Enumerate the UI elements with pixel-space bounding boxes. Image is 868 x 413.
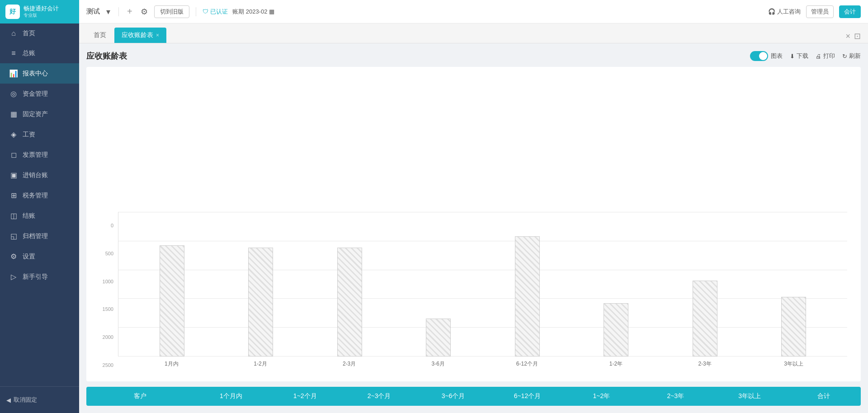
accountant-button[interactable]: 会计 <box>839 5 861 18</box>
th-cell-7: 2~3年 <box>638 387 712 406</box>
cancel-fixed-icon: ◀ <box>6 397 11 404</box>
sidebar-item-close[interactable]: ◫ 结账 <box>0 206 79 226</box>
sidebar-item-ledger[interactable]: ≡ 总账 <box>0 43 79 63</box>
payroll-icon: ◈ <box>9 130 18 139</box>
funds-icon: ◎ <box>9 89 18 98</box>
sidebar-bottom: ◀ 取消固定 <box>0 386 79 413</box>
sidebar-menu: ⌂ 首页 ≡ 总账 📊 报表中心 ◎ 资金管理 ▦ 固定资产 ◈ 工资 ◻ 发票… <box>0 23 79 386</box>
topbar-divider-1 <box>118 7 119 16</box>
sidebar-item-reports[interactable]: 📊 报表中心 <box>0 63 79 84</box>
ledger-icon: ≡ <box>9 49 18 57</box>
y-label-5: 2500 <box>100 363 113 368</box>
service-button[interactable]: 🎧 人工咨询 <box>768 8 801 16</box>
chart-toggle[interactable] <box>750 51 768 61</box>
sidebar-item-tax[interactable]: ⊞ 税务管理 <box>0 185 79 206</box>
invoice-icon: ◻ <box>9 150 18 159</box>
cert-badge: 🛡 已认证 <box>203 8 228 16</box>
tabs-bar: 首页 应收账龄表 × × ⊡ <box>79 23 868 43</box>
th-cell-4: 3~6个月 <box>416 387 491 406</box>
bar-1 <box>248 248 273 357</box>
expand-window-button[interactable]: ⊡ <box>854 31 861 41</box>
sidebar-item-funds[interactable]: ◎ 资金管理 <box>0 84 79 104</box>
period-display: 账期 2023-02 ▦ <box>232 8 275 16</box>
bar-2 <box>337 248 362 357</box>
sidebar-item-label: 设置 <box>23 253 35 261</box>
cancel-fixed-button[interactable]: ◀ 取消固定 <box>0 391 79 408</box>
calendar-icon[interactable]: ▦ <box>269 8 274 15</box>
sidebar-item-assets[interactable]: ▦ 固定资产 <box>0 104 79 124</box>
bar-6 <box>693 281 717 357</box>
add-company-button[interactable]: + <box>125 5 134 19</box>
old-version-button[interactable]: 切到旧版 <box>154 5 189 18</box>
tab-home[interactable]: 首页 <box>86 28 113 43</box>
th-cell-8: 3年以上 <box>712 387 787 406</box>
th-cell-0: 客户 <box>86 387 194 406</box>
download-label: 下载 <box>797 52 808 60</box>
content-area: 应收账龄表 图表 ⬇ 下载 🖨 打印 ↻ 刷新 <box>79 43 868 413</box>
chart-wrap: 2500 2000 1500 1000 500 0 <box>100 76 847 368</box>
close-window-button[interactable]: × <box>845 32 850 41</box>
x-label-1: 1-2月 <box>248 360 273 368</box>
print-button[interactable]: 🖨 打印 <box>816 52 835 60</box>
y-label-0: 0 <box>100 223 113 228</box>
download-button[interactable]: ⬇ 下载 <box>790 52 808 60</box>
company-dropdown-button[interactable]: ▾ <box>104 5 112 19</box>
x-label-0: 1月内 <box>159 360 184 368</box>
th-cell-3: 2~3个月 <box>342 387 416 406</box>
bar-7 <box>781 297 806 357</box>
bar-5 <box>604 303 628 357</box>
tab-close-icon[interactable]: × <box>156 32 159 38</box>
archive-icon: ◱ <box>9 232 18 240</box>
sidebar-item-label: 归档管理 <box>23 232 48 240</box>
page-actions: 图表 ⬇ 下载 🖨 打印 ↻ 刷新 <box>750 51 861 61</box>
sidebar-item-archive[interactable]: ◱ 归档管理 <box>0 226 79 246</box>
bar-3 <box>426 319 451 357</box>
company-name[interactable]: 测试 <box>86 7 100 16</box>
sidebar-item-label: 资金管理 <box>23 90 48 98</box>
sidebar-item-invoice[interactable]: ◻ 发票管理 <box>0 145 79 165</box>
bar-4 <box>515 236 540 357</box>
topbar: 测试 ▾ + ⚙ 切到旧版 🛡 已认证 账期 2023-02 ▦ 🎧 人工咨询 … <box>79 0 868 23</box>
cancel-fixed-label: 取消固定 <box>14 396 37 404</box>
sidebar-item-guide[interactable]: ▷ 新手引导 <box>0 267 79 287</box>
sidebar-item-inventory[interactable]: ▣ 进销台账 <box>0 165 79 185</box>
assets-icon: ▦ <box>9 110 18 118</box>
page-title: 应收账龄表 <box>86 51 127 61</box>
x-label-3: 3-6月 <box>426 360 451 368</box>
topbar-divider-2 <box>196 7 196 16</box>
chart-grid-and-bars <box>118 212 847 357</box>
x-label-2: 2-3月 <box>337 360 362 368</box>
y-label-2: 1000 <box>100 279 113 284</box>
sidebar-item-label: 结账 <box>23 212 35 220</box>
sidebar-item-payroll[interactable]: ◈ 工资 <box>0 124 79 145</box>
tabs-right-actions: × ⊡ <box>845 31 861 43</box>
company-settings-button[interactable]: ⚙ <box>139 5 150 19</box>
cert-icon: 🛡 <box>203 8 208 15</box>
download-icon: ⬇ <box>790 53 795 60</box>
tab-receivable-aging[interactable]: 应收账龄表 × <box>114 28 166 43</box>
print-label: 打印 <box>823 52 835 60</box>
bar-group-6 <box>693 281 717 357</box>
service-icon: 🎧 <box>768 8 775 15</box>
inventory-icon: ▣ <box>9 171 18 179</box>
page-header: 应收账龄表 图表 ⬇ 下载 🖨 打印 ↻ 刷新 <box>86 51 861 61</box>
sidebar-item-label: 总账 <box>23 49 35 57</box>
refresh-button[interactable]: ↻ 刷新 <box>842 52 861 60</box>
sidebar-item-home[interactable]: ⌂ 首页 <box>0 23 79 43</box>
app-version: 专业版 <box>24 12 59 19</box>
th-cell-2: 1~2个月 <box>268 387 342 406</box>
tax-icon: ⊞ <box>9 191 18 200</box>
sidebar-item-label: 首页 <box>23 29 35 38</box>
y-label-3: 1500 <box>100 307 113 312</box>
bars-row <box>118 212 847 357</box>
home-icon: ⌂ <box>9 29 18 38</box>
table-container: 客户1个月内1~2个月2~3个月3~6个月6~12个月1~2年2~3年3年以上合… <box>86 387 861 406</box>
manager-button[interactable]: 管理员 <box>806 5 834 18</box>
sidebar-item-label: 报表中心 <box>23 70 48 78</box>
sidebar-item-label: 固定资产 <box>23 110 48 118</box>
toggle-label: 图表 <box>771 52 783 60</box>
sidebar-item-settings[interactable]: ⚙ 设置 <box>0 246 79 267</box>
chart-container: 2500 2000 1500 1000 500 0 <box>86 67 861 381</box>
x-labels: 1月内1-2月2-3月3-6月6-12个月1-2年2-3年3年以上 <box>118 360 847 368</box>
x-label-5: 1-2年 <box>604 360 628 368</box>
